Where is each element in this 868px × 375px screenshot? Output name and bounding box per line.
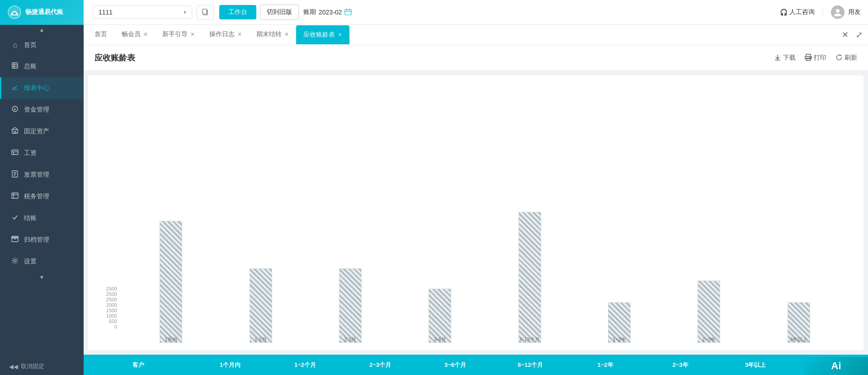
x-label-1m: 1月内 [157, 336, 184, 343]
sidebar-item-label: 工资 [24, 149, 37, 157]
x-label-3yplus: 3年以上 [785, 336, 812, 343]
sidebar: ▲ ⌂ 首页 总账 报表中心 [0, 25, 84, 375]
download-label: 下载 [783, 54, 796, 62]
consult-button[interactable]: 🎧 人工咨询 [780, 8, 815, 16]
logo-icon [7, 5, 22, 19]
workbench-button[interactable]: 工作台 [219, 5, 256, 19]
tab-guide[interactable]: 新手引导 ✕ [155, 25, 202, 45]
scroll-up-arrow[interactable]: ▲ [39, 27, 45, 33]
scroll-down-arrow[interactable]: ▼ [39, 274, 45, 281]
y-label-2000: 2000 [99, 302, 117, 308]
svg-point-30 [14, 260, 16, 262]
copy-button[interactable] [197, 5, 214, 20]
sidebar-item-label: 资金管理 [24, 106, 49, 114]
y-label-1500: 1500 [99, 308, 117, 313]
tab-close-member[interactable]: ✕ [143, 31, 148, 38]
header-right: 🎧 人工咨询 | 用友 [780, 5, 861, 19]
calendar-icon[interactable] [344, 8, 352, 17]
assets-icon [10, 127, 19, 136]
svg-text:¥: ¥ [13, 107, 16, 112]
y-label-2500a: 2500 [99, 286, 117, 291]
tab-close-aging[interactable]: ✕ [338, 32, 342, 38]
tab-aging[interactable]: 应收账龄表 ✕ [296, 25, 349, 44]
print-button[interactable]: 打印 [805, 54, 826, 62]
sidebar-item-salary[interactable]: 工资 [0, 142, 84, 164]
bar-1m [160, 221, 182, 343]
page-title: 应收账龄表 [94, 52, 135, 63]
tab-label: 操作日志 [209, 30, 235, 38]
tab-close-guide[interactable]: ✕ [190, 31, 195, 38]
x-label-2-3y: 2~3年 [695, 336, 722, 343]
tab-label: 新手引导 [162, 30, 188, 38]
tab-label: 首页 [94, 30, 107, 38]
bar-2-3m [339, 268, 362, 343]
table-header-bar: 客户 1个月内 1~2个月 2~3个月 3~6个月 6~12个月 1~2年 2~… [84, 355, 868, 375]
y-label-2500b: 2500 [99, 291, 117, 297]
sidebar-item-label: 固定资产 [24, 127, 49, 136]
svg-rect-16 [14, 131, 16, 133]
tax-icon [10, 192, 19, 201]
company-name: 1111 [99, 9, 180, 16]
x-label-1-2y: 1~2年 [606, 336, 633, 343]
svg-rect-17 [12, 150, 18, 155]
sidebar-scroll-down[interactable]: ▼ [0, 272, 84, 282]
tab-home[interactable]: 首页 [87, 25, 114, 45]
bar-group-6-12m [519, 212, 541, 343]
bar-group-3-6m [429, 289, 451, 343]
sidebar-item-ledger[interactable]: 总账 [0, 56, 84, 77]
ai-label: Ai [831, 360, 841, 372]
top-header: 畅捷通易代账 1111 ▾ 工作台 切到旧版 账期 2023-02 🎧 人工咨询 [0, 0, 868, 25]
bar-group-2-3y [698, 281, 720, 343]
chart-container: 2500 2500 2500 2000 1500 1000 500 0 [88, 75, 863, 350]
archive-icon [10, 235, 19, 244]
print-label: 打印 [814, 54, 826, 62]
switch-version-button[interactable]: 切到旧版 [260, 5, 299, 20]
cancel-pin-button[interactable]: ◀◀ 取消固定 [0, 358, 84, 375]
tab-label: 应收账龄表 [303, 31, 335, 39]
ledger-icon [10, 62, 19, 71]
x-label-2-3m: 2-3月 [337, 336, 364, 343]
sidebar-item-assets[interactable]: 固定资产 [0, 121, 84, 142]
sidebar-item-home[interactable]: ⌂ 首页 [0, 35, 84, 56]
tab-close-closing[interactable]: ✕ [284, 31, 289, 38]
svg-rect-33 [806, 54, 811, 56]
tab-closing[interactable]: 期末结转 ✕ [249, 25, 296, 45]
refresh-button[interactable]: 刷新 [835, 54, 857, 62]
consult-label: 人工咨询 [789, 8, 815, 16]
y-label-0: 0 [99, 324, 117, 329]
bar-group-1-2m [250, 268, 272, 343]
chart-y-axis: 2500 2500 2500 2000 1500 1000 500 0 [99, 286, 117, 343]
ai-badge[interactable]: Ai [804, 357, 868, 375]
user-area[interactable]: 用友 [831, 5, 861, 19]
sidebar-item-funds[interactable]: ¥ 资金管理 [0, 99, 84, 121]
bar-3-6m [429, 289, 451, 343]
sidebar-item-archive[interactable]: 归档管理 [0, 229, 84, 251]
page-actions: 下载 打印 [774, 54, 857, 62]
x-label-1-2m: 1-2月 [247, 336, 274, 343]
col-customer: 客户 [84, 361, 193, 369]
tab-member[interactable]: 畅会员 ✕ [114, 25, 155, 45]
svg-point-0 [8, 6, 21, 19]
tab-label: 畅会员 [122, 30, 141, 38]
sidebar-item-checkout[interactable]: 结账 [0, 207, 84, 229]
logo-text: 畅捷通易代账 [25, 8, 63, 16]
company-selector[interactable]: 1111 ▾ [93, 5, 192, 19]
close-tab-button[interactable]: ✕ [840, 28, 850, 42]
tab-close-oplog[interactable]: ✕ [237, 31, 242, 38]
main-layout: ▲ ⌂ 首页 总账 报表中心 [0, 25, 868, 375]
sidebar-item-settings[interactable]: 设置 [0, 251, 84, 272]
avatar [831, 5, 844, 19]
expand-tab-button[interactable]: ⤢ [854, 28, 864, 42]
tab-oplog[interactable]: 操作日志 ✕ [202, 25, 249, 45]
x-labels: 1月内 1-2月 2-3月 3-6月 6-12个月 1~2年 2~3年 3年以上 [117, 336, 853, 343]
sidebar-item-label: 结账 [24, 214, 37, 222]
print-icon [805, 54, 812, 62]
sidebar-item-tax[interactable]: 税务管理 [0, 186, 84, 207]
sidebar-item-label: 首页 [24, 41, 37, 49]
sidebar-scroll-up[interactable]: ▲ [0, 25, 84, 35]
download-button[interactable]: 下载 [774, 54, 796, 62]
sidebar-item-invoice[interactable]: 发票管理 [0, 164, 84, 186]
svg-rect-8 [12, 63, 18, 68]
svg-point-35 [810, 57, 811, 58]
sidebar-item-reports[interactable]: 报表中心 [0, 77, 84, 99]
